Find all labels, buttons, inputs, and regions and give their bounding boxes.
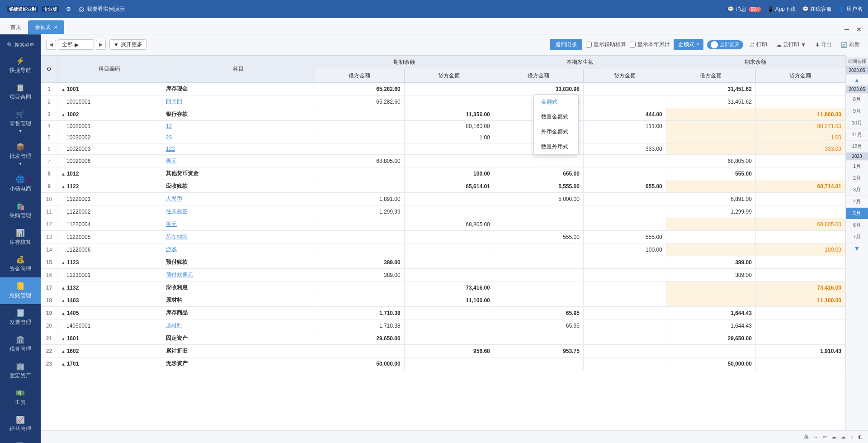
row-settings[interactable]: 12 [41, 218, 57, 231]
row-settings[interactable]: 3 [41, 108, 57, 121]
export-btn[interactable]: ⬇ 导出 [812, 40, 835, 49]
mode-option-qty-foreign[interactable]: 数量外币式 [534, 139, 578, 154]
sidebar-search[interactable]: 🔍 搜索菜单 [0, 38, 41, 52]
mode-btn[interactable]: 金额式 ^ [674, 39, 703, 50]
date-month-3[interactable]: 3月 [846, 184, 868, 196]
row-settings[interactable]: 10 [41, 193, 57, 205]
expand-all-toggle[interactable]: 全部展开 [707, 40, 743, 49]
row-settings[interactable]: 15 [41, 256, 57, 269]
sidebar-item-invoice[interactable]: 🧾 发票管理 [0, 304, 41, 331]
status-circle-icon[interactable]: ○ [850, 434, 854, 440]
date-month-5[interactable]: 5月 [846, 208, 868, 219]
row-name[interactable]: 无形资产 [162, 357, 315, 370]
date-month-7[interactable]: 7月 [846, 231, 868, 243]
row-name[interactable]: 应收账款 [162, 180, 315, 193]
row-settings[interactable]: 23 [41, 357, 57, 370]
row-name[interactable]: 往来标签 [162, 205, 315, 218]
cloud-print-btn[interactable]: ☁ 云打印 ▼ [774, 40, 809, 49]
status-half-icon[interactable]: ◐ [858, 434, 863, 440]
show-assist-checkbox[interactable] [586, 42, 592, 48]
row-settings[interactable]: 11 [41, 205, 57, 218]
sidebar-item-capital[interactable]: 💰 资金管理 [0, 251, 41, 277]
window-minimize-btn[interactable]: ─ [842, 25, 852, 34]
date-month-9[interactable]: 9月 [846, 105, 868, 117]
print-btn[interactable]: 🖨 打印 [747, 40, 770, 49]
mode-option-amount[interactable]: 金额式 [534, 95, 578, 110]
sidebar-item-inventory[interactable]: 📊 库存核算 [0, 224, 41, 251]
date-month-10[interactable]: 10月 [846, 117, 868, 129]
sidebar-item-salary[interactable]: 💵 工资 [0, 384, 41, 411]
row-name[interactable]: 人民币 [162, 193, 315, 205]
sidebar-item-reports[interactable]: 📝 小畅报销 [0, 438, 41, 443]
row-name[interactable]: 其他货币资金 [162, 167, 315, 180]
online-service-btn[interactable]: 💬 在线客服 [802, 5, 832, 13]
row-settings[interactable]: 4 [41, 121, 57, 132]
show-ytd-check[interactable]: 显示本年累计 [630, 41, 670, 48]
row-settings[interactable]: 20 [41, 319, 57, 332]
back-old-version-btn[interactable]: 退回旧版 [550, 39, 582, 50]
expand-more-btn[interactable]: ▼ 展开更多 [109, 39, 146, 50]
show-ytd-checkbox[interactable] [630, 42, 636, 48]
row-settings[interactable]: 18 [41, 294, 57, 307]
top-settings-icon[interactable]: ⚙ [63, 4, 74, 14]
status-edit-icon[interactable]: ✏ [823, 434, 827, 440]
row-settings[interactable]: 1 [41, 83, 57, 95]
row-name[interactable]: 回回回 [162, 95, 315, 108]
row-settings[interactable]: 9 [41, 180, 57, 193]
sidebar-item-retail[interactable]: 🛒 零售管理 ▼ [0, 105, 41, 138]
row-name[interactable]: 12 [162, 121, 315, 132]
mode-option-qty-amount[interactable]: 数量金额式 [534, 110, 578, 124]
date-nav-up[interactable]: ▲ [846, 75, 868, 86]
window-close-btn[interactable]: ✕ [854, 25, 864, 34]
sidebar-item-quick-nav[interactable]: ⚡ 快捷导航 [0, 52, 41, 79]
nav-forward-btn[interactable]: ▶ [96, 40, 106, 50]
sidebar-item-fixed[interactable]: 🏢 固定资产 [0, 357, 41, 384]
tab-close-icon[interactable]: ✕ [54, 25, 57, 30]
sidebar-item-ledger[interactable]: 📒 总账管理 [0, 277, 41, 304]
date-month-6[interactable]: 6月 [846, 219, 868, 231]
show-assist-check[interactable]: 显示辅助核算 [586, 41, 626, 48]
row-settings[interactable]: 16 [41, 269, 57, 281]
row-name[interactable]: 预付款美元 [162, 269, 315, 281]
row-settings[interactable]: 7 [41, 155, 57, 167]
filter-selector[interactable]: 全部 ▶ [58, 39, 94, 50]
row-settings[interactable]: 22 [41, 345, 57, 357]
row-name[interactable]: 游戏 [162, 243, 315, 256]
row-name[interactable]: 库存商品 [162, 307, 315, 319]
status-cloud1-icon[interactable]: ☁ [831, 434, 836, 440]
row-name[interactable]: 23 [162, 132, 315, 143]
demo-link[interactable]: ◎ 我要看实例演示 [79, 5, 125, 13]
row-name[interactable]: 原材料 [162, 294, 315, 307]
tab-balance[interactable]: 余额表 ✕ [28, 20, 64, 34]
sidebar-item-purchase[interactable]: 🛍️ 采购管理 [0, 197, 41, 224]
status-cloud2-icon[interactable]: ☁ [841, 434, 846, 440]
sidebar-item-ecommerce[interactable]: 🌐 小畅电商 [0, 171, 41, 197]
sidebar-item-project[interactable]: 📋 项目合同 [0, 79, 41, 105]
nav-back-btn[interactable]: ◀ [46, 40, 56, 50]
row-name[interactable]: 银行存款 [162, 108, 315, 121]
date-month-12[interactable]: 12月 [846, 141, 868, 152]
row-name[interactable]: 原材料 [162, 319, 315, 332]
row-settings[interactable]: 2 [41, 95, 57, 108]
sidebar-item-tax[interactable]: 🏛️ 税务管理 [0, 331, 41, 357]
row-settings[interactable]: 17 [41, 281, 57, 294]
date-month-11[interactable]: 11月 [846, 129, 868, 141]
row-settings[interactable]: 19 [41, 307, 57, 319]
row-name[interactable]: 库存现金 [162, 83, 315, 95]
row-settings[interactable]: 13 [41, 231, 57, 243]
row-name[interactable]: 所在地区 [162, 231, 315, 243]
row-name[interactable]: 累计折旧 [162, 345, 315, 357]
tab-home[interactable]: 首页 [4, 20, 28, 34]
user-avatar[interactable]: 👤 用户名 [838, 5, 863, 13]
sidebar-item-wholesale[interactable]: 📦 批发管理 ▼ [0, 138, 41, 171]
date-nav-down[interactable]: ▼ [846, 243, 868, 254]
message-btn[interactable]: 💬 消息 99+ [727, 5, 761, 13]
row-settings[interactable]: 5 [41, 132, 57, 143]
date-down-icon[interactable]: ▼ [853, 244, 861, 253]
row-settings[interactable]: 6 [41, 143, 57, 155]
refresh-btn[interactable]: 🔄 刷新 [838, 40, 863, 49]
mode-option-foreign-amount[interactable]: 外币金额式 [534, 124, 578, 139]
row-name[interactable]: 美元 [162, 155, 315, 167]
row-name[interactable]: 122 [162, 143, 315, 155]
date-up-icon[interactable]: ▲ [853, 76, 861, 85]
